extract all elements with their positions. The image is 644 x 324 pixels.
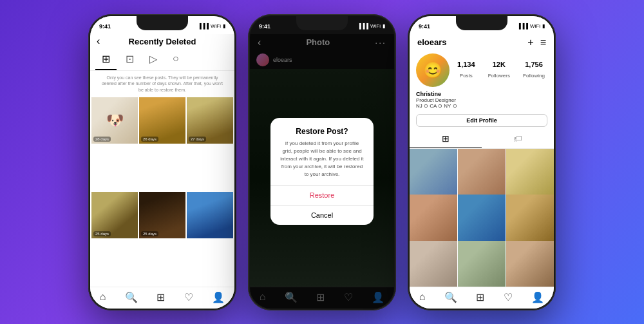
stat-following: 1,756 Following	[523, 61, 545, 80]
search-icon-3[interactable]: 🔍	[444, 291, 457, 303]
bio-job: Product Designer	[416, 97, 547, 103]
profile-cell-6[interactable]	[506, 195, 554, 242]
phone-3: 9:41 ▐▐▐ WiFi ▮ eloears + ≡ 😊 1,134	[408, 14, 556, 310]
phone-1: 9:41 ▐▐▐ WiFi ▮ ‹ Recently Deleted ⊞ ⊡ ▷…	[88, 14, 236, 310]
stat-followers: 12K Followers	[488, 61, 510, 80]
signal-icon-2: ▐▐▐	[357, 23, 368, 29]
status-icons-1: ▐▐▐ WiFi ▮	[198, 23, 225, 29]
profile-cell-3[interactable]	[506, 149, 554, 196]
profile-cell-8[interactable]	[458, 241, 506, 287]
profile-header-icons: + ≡	[527, 37, 546, 48]
bottom-nav-3: ⌂ 🔍 ⊞ ♡ 👤	[410, 287, 554, 309]
profile-tab-grid[interactable]: ⊞	[410, 129, 482, 148]
status-time-1: 9:41	[99, 23, 111, 30]
days-badge-4: 25 days	[93, 231, 111, 236]
profile-icon-3[interactable]: 👤	[531, 291, 544, 303]
modal-body: Restore Post? If you deleted it from you…	[270, 118, 374, 185]
wifi-icon-2: WiFi	[370, 23, 381, 29]
edit-profile-button[interactable]: Edit Profile	[416, 114, 547, 127]
status-bar-2: 9:41 ▐▐▐ WiFi ▮	[250, 16, 394, 34]
profile-tabs: ⊞ 🏷	[410, 129, 554, 149]
shop-icon-3[interactable]: ♡	[504, 291, 513, 303]
phone-2: 9:41 ▐▐▐ WiFi ▮ ‹ Photo ··· eloears	[248, 14, 396, 310]
stat-posts-label: Posts	[460, 73, 473, 79]
notch-3	[456, 16, 507, 30]
profile-avatar: 😊	[416, 53, 450, 87]
profile-cell-9[interactable]	[506, 241, 554, 287]
photo-cell-6[interactable]	[187, 192, 233, 238]
battery-icon: ▮	[223, 23, 225, 29]
bio-location: NJ ⊙ CA ⊙ NY ⊙	[416, 103, 547, 109]
modal-overlay: Restore Post? If you deleted it from you…	[250, 34, 394, 309]
photo-grid: 🐶 28 days 26 days 27 days 25 days 25 day…	[90, 96, 234, 287]
profile-tab-tagged[interactable]: 🏷	[482, 129, 554, 148]
phone3-content: eloears + ≡ 😊 1,134 Posts 12K Followers	[410, 34, 554, 309]
deleted-info-text: Only you can see these posts. They will …	[90, 71, 234, 96]
menu-icon[interactable]: ≡	[540, 37, 546, 48]
home-icon-1[interactable]: ⌂	[100, 291, 106, 303]
bottom-nav-1: ⌂ 🔍 ⊞ ♡ 👤	[90, 287, 234, 309]
search-icon-1[interactable]: 🔍	[125, 291, 138, 303]
modal-title: Restore Post?	[279, 127, 365, 136]
wifi-icon: WiFi	[211, 23, 221, 29]
days-badge-2: 26 days	[141, 137, 158, 142]
modal-body-text: If you deleted it from your profile grid…	[279, 140, 365, 178]
nav-bar-1: ‹ Recently Deleted	[90, 34, 234, 49]
notch-1	[137, 16, 188, 30]
signal-icon-3: ▐▐▐	[517, 23, 528, 29]
profile-cell-4[interactable]	[410, 195, 457, 242]
photo-cell-2[interactable]: 26 days	[139, 97, 185, 144]
profile-grid	[410, 149, 554, 287]
battery-icon-2: ▮	[383, 23, 385, 29]
days-badge-3: 27 days	[189, 137, 206, 142]
days-badge-5: 25 days	[141, 231, 158, 236]
profile-cell-2[interactable]	[458, 149, 506, 196]
profile-cell-1[interactable]	[410, 149, 457, 196]
photo-cell-3[interactable]: 27 days	[187, 97, 233, 144]
modal-actions: Restore Cancel	[270, 185, 374, 225]
filter-tab-reels[interactable]: ▷	[143, 49, 164, 70]
stat-followers-num: 12K	[488, 61, 510, 68]
status-time-3: 9:41	[419, 23, 430, 30]
status-icons-2: ▐▐▐ WiFi ▮	[357, 23, 385, 29]
filter-tab-posts[interactable]: ⊡	[119, 49, 140, 70]
profile-cell-7[interactable]	[410, 241, 457, 287]
filter-tabs: ⊞ ⊡ ▷ ○	[90, 49, 234, 71]
profile-header: eloears + ≡	[410, 34, 554, 51]
stat-following-label: Following	[523, 73, 545, 79]
profile-username: eloears	[417, 37, 447, 47]
battery-icon-3: ▮	[542, 23, 545, 29]
signal-icon: ▐▐▐	[198, 23, 209, 29]
status-bar-1: 9:41 ▐▐▐ WiFi ▮	[90, 16, 234, 34]
shop-icon-1[interactable]: ♡	[184, 291, 193, 303]
restore-button[interactable]: Restore	[270, 186, 374, 205]
grid-icon-3[interactable]: ⊞	[476, 291, 484, 303]
profile-icon-1[interactable]: 👤	[212, 291, 225, 303]
wifi-icon-3: WiFi	[530, 23, 540, 29]
photo-cell-4[interactable]: 25 days	[91, 192, 138, 238]
grid-icon-1[interactable]: ⊞	[156, 291, 165, 303]
photo-cell-5[interactable]: 25 days	[139, 192, 185, 238]
status-time-2: 9:41	[259, 23, 270, 30]
phone1-content: ‹ Recently Deleted ⊞ ⊡ ▷ ○ Only you can …	[90, 34, 234, 309]
phone2-content: ‹ Photo ··· eloears Restore Post? If you…	[250, 34, 394, 309]
add-icon[interactable]: +	[527, 37, 533, 48]
home-icon-3[interactable]: ⌂	[419, 291, 426, 303]
stat-followers-label: Followers	[488, 73, 510, 79]
stat-posts: 1,134 Posts	[457, 61, 475, 80]
restore-modal: Restore Post? If you deleted it from you…	[270, 118, 374, 225]
bio-name: Christine	[416, 91, 547, 97]
page-title-1: Recently Deleted	[129, 37, 196, 46]
profile-info-row: 😊 1,134 Posts 12K Followers 1,756 Follow…	[410, 51, 554, 90]
days-badge-1: 28 days	[93, 137, 111, 142]
photo-cell-1[interactable]: 🐶 28 days	[91, 97, 138, 144]
notch-2	[296, 16, 348, 30]
status-bar-3: 9:41 ▐▐▐ WiFi ▮	[410, 16, 554, 34]
back-button-1[interactable]: ‹	[97, 35, 100, 47]
filter-tab-stories[interactable]: ○	[166, 49, 185, 70]
status-icons-3: ▐▐▐ WiFi ▮	[517, 23, 545, 29]
filter-tab-all[interactable]: ⊞	[95, 49, 117, 70]
profile-bio: Christine Product Designer NJ ⊙ CA ⊙ NY …	[410, 90, 554, 111]
profile-cell-5[interactable]	[458, 195, 506, 242]
cancel-button[interactable]: Cancel	[270, 205, 374, 225]
